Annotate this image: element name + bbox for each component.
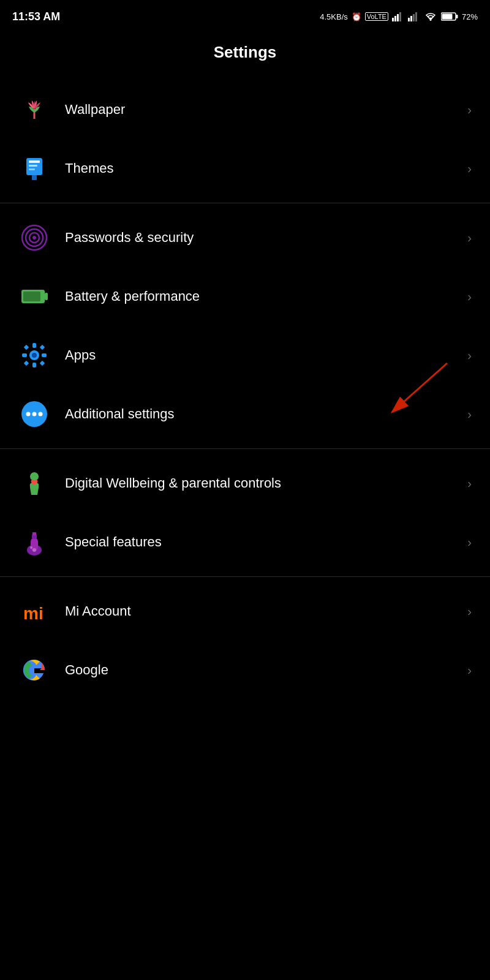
google-label: Google: [65, 662, 461, 679]
settings-item-google[interactable]: Google ›: [0, 641, 490, 699]
svg-rect-23: [23, 292, 40, 301]
divider-1: [0, 203, 490, 203]
settings-item-wellbeing[interactable]: Digital Wellbeing & parental controls ›: [0, 454, 490, 513]
signal-icon-2: [408, 12, 420, 21]
svg-rect-10: [456, 15, 458, 18]
battery-performance-icon: [20, 287, 48, 306]
wellbeing-icon-container: [18, 467, 50, 499]
passwords-icon-container: [18, 222, 50, 254]
svg-point-46: [30, 546, 32, 549]
section-accounts: mi Mi Account › Google ›: [0, 582, 490, 699]
settings-item-themes[interactable]: Themes ›: [0, 139, 490, 198]
status-bar: 11:53 AM 4.5KB/s ⏰ VoLTE: [0, 0, 490, 31]
divider-3: [0, 576, 490, 577]
additional-chevron: ›: [467, 407, 472, 421]
settings-item-passwords[interactable]: Passwords & security ›: [0, 208, 490, 267]
section-system: Passwords & security › Battery & perform…: [0, 208, 490, 443]
svg-rect-13: [29, 160, 40, 163]
svg-rect-1: [394, 16, 396, 21]
additional-icon-container: [18, 398, 50, 430]
battery-perf-icon-container: [18, 281, 50, 312]
svg-point-25: [32, 353, 37, 358]
wallpaper-icon-container: [18, 94, 50, 126]
settings-item-additional[interactable]: Additional settings ›: [0, 385, 490, 443]
settings-item-battery[interactable]: Battery & performance ›: [0, 267, 490, 326]
mi-label: Mi Account: [65, 603, 461, 620]
svg-rect-22: [45, 293, 48, 300]
wellbeing-chevron: ›: [467, 477, 472, 491]
google-icon: [20, 656, 48, 684]
network-speed: 4.5KB/s: [320, 12, 348, 21]
apps-icon-container: [18, 339, 50, 371]
svg-rect-44: [32, 532, 36, 535]
section-personalization: Wallpaper › Themes ›: [0, 80, 490, 198]
divider-2: [0, 448, 490, 449]
alarm-icon: ⏰: [352, 12, 361, 21]
passwords-icon: [20, 224, 48, 252]
settings-item-apps[interactable]: Apps ›: [0, 326, 490, 385]
svg-rect-29: [42, 353, 47, 357]
svg-point-36: [32, 412, 37, 417]
battery-chevron: ›: [467, 290, 472, 304]
wallpaper-label: Wallpaper: [65, 101, 461, 119]
themes-icon-container: [18, 153, 50, 184]
svg-rect-31: [40, 345, 45, 350]
svg-rect-16: [32, 175, 37, 180]
special-icon-container: [18, 526, 50, 558]
status-right: 4.5KB/s ⏰ VoLTE: [320, 12, 478, 21]
apps-chevron: ›: [467, 349, 472, 363]
mi-chevron: ›: [467, 605, 472, 619]
svg-rect-27: [32, 363, 36, 368]
svg-rect-5: [410, 16, 412, 21]
wellbeing-label: Digital Wellbeing & parental controls: [65, 475, 461, 492]
battery-percent: 72%: [462, 12, 478, 21]
page-title: Settings: [0, 31, 490, 80]
svg-rect-30: [24, 345, 29, 350]
battery-label: Battery & performance: [65, 288, 461, 306]
themes-chevron: ›: [467, 162, 472, 176]
status-time: 11:53 AM: [12, 10, 60, 23]
wellbeing-icon: [20, 469, 48, 497]
svg-rect-14: [29, 165, 37, 167]
svg-rect-3: [399, 12, 401, 21]
settings-item-mi[interactable]: mi Mi Account ›: [0, 582, 490, 641]
additional-label: Additional settings: [65, 405, 461, 423]
settings-item-special[interactable]: Special features ›: [0, 513, 490, 571]
svg-point-20: [32, 236, 36, 239]
svg-point-35: [26, 412, 31, 417]
wallpaper-icon: [20, 96, 48, 124]
google-icon-container: [18, 654, 50, 686]
svg-rect-32: [24, 361, 29, 366]
svg-rect-15: [29, 168, 35, 170]
svg-point-37: [39, 412, 43, 417]
svg-rect-6: [413, 14, 415, 21]
svg-point-45: [32, 548, 36, 552]
apps-label: Apps: [65, 347, 461, 364]
wallpaper-chevron: ›: [467, 103, 472, 117]
section-wellbeing: Digital Wellbeing & parental controls › …: [0, 454, 490, 571]
additional-settings-icon: [20, 400, 48, 428]
apps-icon: [20, 341, 48, 369]
signal-icon: [392, 12, 404, 21]
special-features-icon: [20, 528, 48, 556]
svg-rect-28: [22, 353, 27, 357]
svg-rect-33: [40, 361, 45, 366]
svg-rect-26: [32, 343, 36, 348]
wifi-icon: [424, 12, 437, 21]
svg-rect-2: [397, 14, 399, 21]
passwords-chevron: ›: [467, 231, 472, 245]
settings-list: Wallpaper › Themes ›: [0, 80, 490, 699]
special-chevron: ›: [467, 535, 472, 549]
themes-icon: [20, 154, 48, 183]
google-chevron: ›: [467, 663, 472, 677]
special-label: Special features: [65, 533, 461, 551]
themes-label: Themes: [65, 160, 461, 178]
svg-point-8: [429, 19, 431, 21]
svg-rect-4: [408, 18, 410, 21]
svg-text:mi: mi: [23, 604, 43, 623]
mi-icon: mi: [20, 597, 48, 625]
volte-icon: VoLTE: [365, 12, 388, 21]
svg-point-40: [30, 472, 39, 481]
settings-item-wallpaper[interactable]: Wallpaper ›: [0, 80, 490, 139]
passwords-label: Passwords & security: [65, 229, 461, 247]
